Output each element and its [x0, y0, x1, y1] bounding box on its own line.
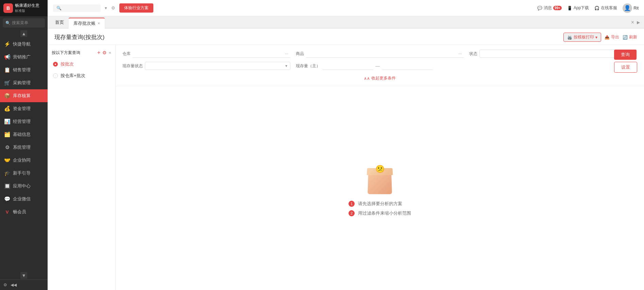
sidebar-header: B 畅康通好生意 标准版 [0, 0, 48, 16]
sidebar-item-label: 资金管理 [13, 106, 31, 112]
sidebar-item-guide[interactable]: 🎓 新手引导 [0, 167, 48, 180]
step-2-label: 用过滤条件来缩小分析范围 [358, 210, 411, 216]
filter-row-2: 现存量状态 ▾ 现存量（主） — [122, 62, 637, 70]
topbar-dropdown-btn[interactable]: ▾ [105, 5, 107, 11]
query-buttons: 查询 设置 [614, 50, 637, 73]
sidebar-item-label: 企业微信 [13, 196, 31, 202]
content-area: 现存量查询(按批次) 🖨️ 按模板打印 ▾ 📤 导出 🔄 刷新 [48, 29, 644, 290]
scroll-down-button[interactable]: ▼ [20, 272, 27, 279]
inventory-status-select[interactable]: ▾ [145, 62, 290, 70]
online-service-label: 在线客服 [601, 5, 617, 11]
headset-icon: 🎧 [594, 6, 599, 11]
query-btn[interactable]: 查询 [614, 50, 637, 60]
sidebar-item-appstore[interactable]: 🔲 应用中心 [0, 180, 48, 193]
scheme-label: 按仓库+批次 [61, 73, 85, 79]
add-scheme-btn[interactable]: + [97, 50, 100, 56]
main-area: 🔍 ▾ ⚙ 体验行业方案 💬 消息 99+ 📱 App下载 🎧 在线客服 👤 [48, 0, 644, 290]
collapse-left-panel-btn[interactable]: « [109, 50, 111, 55]
sidebar-item-member[interactable]: V 畅会员 [0, 205, 48, 218]
guide-icon: 🎓 [4, 170, 10, 176]
empty-step-2: 2 用过滤条件来缩小分析范围 [349, 210, 411, 216]
trial-btn[interactable]: 体验行业方案 [119, 3, 153, 13]
filter-inventory-qty: 现存量（主） — [296, 62, 464, 70]
sidebar-item-finance[interactable]: 💰 资金管理 [0, 102, 48, 115]
empty-box [368, 174, 392, 194]
sidebar-item-quicknav[interactable]: ⚡ 快捷导航 [0, 38, 48, 51]
app-download-label: App下载 [574, 5, 589, 11]
close-panel-btn[interactable]: × [630, 18, 635, 27]
sales-icon: 📋 [4, 67, 10, 73]
print-btn[interactable]: 🖨️ 按模板打印 ▾ [563, 33, 601, 42]
appstore-icon: 🔲 [4, 183, 10, 189]
user-avatar-btn[interactable]: 👤 Rit [623, 3, 639, 13]
operations-icon: 📊 [4, 119, 10, 125]
corpwx-icon: 💬 [4, 196, 10, 202]
filter-inventory-status: 现存量状态 ▾ [122, 62, 290, 70]
qty-range: — [322, 62, 433, 70]
sidebar-item-corpwx[interactable]: 💬 企业微信 [0, 193, 48, 205]
status-select[interactable]: ▾ [479, 50, 637, 58]
username-label: Rit [633, 6, 639, 11]
product-input[interactable]: ··· [306, 50, 464, 58]
member-icon: V [4, 210, 10, 215]
messages-label: 消息 [544, 5, 552, 11]
sidebar-item-label: 经营管理 [13, 119, 31, 125]
qty-range-from[interactable] [322, 62, 373, 70]
export-btn[interactable]: 📤 导出 [605, 34, 619, 40]
sidebar-item-system[interactable]: ⚙ 系统管理 [0, 141, 48, 154]
sidebar-item-marketing[interactable]: 📢 营销推广 [0, 51, 48, 64]
warehouse-dots[interactable]: ··· [285, 51, 288, 56]
search-icon: 🔍 [5, 21, 11, 25]
topbar: 🔍 ▾ ⚙ 体验行业方案 💬 消息 99+ 📱 App下载 🎧 在线客服 👤 [48, 0, 644, 16]
search-label: 搜索菜单 [12, 20, 28, 26]
sidebar-item-purchase[interactable]: 🛒 采购管理 [0, 76, 48, 89]
purchase-icon: 🛒 [4, 80, 10, 86]
topbar-search-icon: 🔍 [56, 6, 62, 11]
sidebar-item-label: 销售管理 [13, 67, 31, 73]
scroll-up-button[interactable]: ▲ [20, 30, 27, 37]
app-download-btn[interactable]: 📱 App下载 [567, 5, 589, 11]
left-panel: 按以下方案查询 + ⚙ « ● 按批次 ○ 按仓库+批次 [48, 45, 116, 290]
sidebar-item-label: 企业协同 [13, 157, 31, 163]
collapse-sidebar-btn[interactable]: ◀◀ [11, 283, 17, 287]
sidebar-item-enterprise[interactable]: 🤝 企业协同 [0, 154, 48, 167]
left-panel-title: 按以下方案查询 [52, 50, 80, 56]
scheme-item-warehouse-batch[interactable]: ○ 按仓库+批次 [48, 70, 115, 81]
collapse-filters-btn[interactable]: ∧∧ 收起更多条件 [122, 74, 637, 83]
settings-btn[interactable]: 设置 [614, 62, 637, 73]
refresh-btn[interactable]: 🔄 刷新 [623, 34, 637, 40]
empty-illustration: 😕 [363, 160, 397, 194]
panel-expand-btn[interactable]: ▶ [635, 19, 641, 26]
print-icon: 🖨️ [567, 35, 572, 40]
scheme-item-batch[interactable]: ● 按批次 [48, 58, 115, 70]
empty-face-icon: 😕 [375, 165, 385, 174]
product-dots[interactable]: ··· [458, 51, 462, 56]
topbar-settings-btn[interactable]: ⚙ [111, 5, 115, 11]
sidebar-item-operations[interactable]: 📊 经营管理 [0, 115, 48, 128]
basic-icon: 🗂️ [4, 131, 10, 138]
qty-range-to[interactable] [382, 62, 433, 70]
online-service-btn[interactable]: 🎧 在线客服 [594, 5, 617, 11]
sidebar-item-basic[interactable]: 🗂️ 基础信息 [0, 128, 48, 141]
sidebar-item-label: 库存核算 [13, 93, 31, 99]
topbar-search-box[interactable]: 🔍 [53, 4, 101, 12]
inventory-status-arrow: ▾ [285, 64, 287, 68]
settings-footer-btn[interactable]: ⚙ [3, 283, 7, 287]
warehouse-input[interactable]: ··· [133, 50, 290, 58]
messages-btn[interactable]: 💬 消息 99+ [537, 5, 562, 11]
inventory-qty-label: 现存量（主） [296, 63, 320, 69]
sidebar-item-sales[interactable]: 📋 销售管理 [0, 64, 48, 76]
collapse-up-icon: ∧∧ [364, 76, 370, 81]
scheme-settings-btn[interactable]: ⚙ [102, 50, 107, 55]
sidebar-search[interactable]: 🔍 搜索菜单 [3, 18, 45, 28]
tab-batch-inventory[interactable]: 库存批次账 × [69, 18, 105, 29]
tab-close-btn[interactable]: × [98, 18, 100, 29]
sidebar-footer: ⚙ ◀◀ [0, 279, 48, 290]
page-actions: 🖨️ 按模板打印 ▾ 📤 导出 🔄 刷新 [563, 33, 637, 42]
sidebar-item-label: 系统管理 [13, 144, 31, 150]
sidebar-item-inventory[interactable]: 📦 库存核算 [0, 89, 48, 102]
tab-home[interactable]: 首页 [50, 16, 69, 29]
collapse-label: 收起更多条件 [371, 75, 396, 81]
filter-warehouse: 仓库 ··· [122, 50, 290, 58]
sidebar-item-label: 畅会员 [13, 209, 26, 215]
